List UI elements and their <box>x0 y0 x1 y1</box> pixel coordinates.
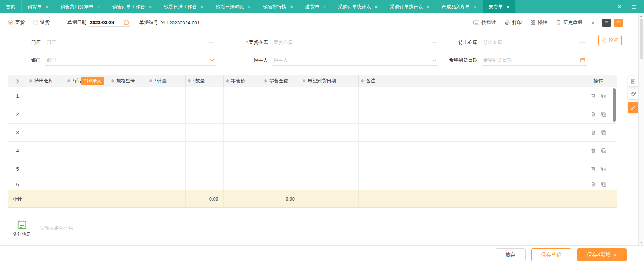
tab-sales-expense-allocation[interactable]: 销售费用分摊单 × <box>54 0 106 13</box>
remark-input[interactable] <box>40 225 617 231</box>
close-icon[interactable]: × <box>427 4 430 9</box>
cell-quantity[interactable] <box>186 160 224 178</box>
calendar-icon[interactable] <box>124 20 129 25</box>
expected-date-field[interactable] <box>482 55 587 66</box>
close-icon[interactable]: × <box>290 4 293 9</box>
scroll-down-icon[interactable]: ▼ <box>640 241 643 244</box>
cell-remark[interactable] <box>359 87 579 105</box>
cell-pending-warehouse[interactable] <box>27 178 65 190</box>
tab-cash-goods-reconcile[interactable]: 钱货日清对账 × <box>210 0 257 13</box>
sort-icon[interactable] <box>264 79 267 83</box>
store-field[interactable]: ⋯ <box>45 37 216 48</box>
tab-sales-invoice[interactable]: 销货单 × <box>22 0 54 13</box>
cell-goods[interactable] <box>65 160 109 178</box>
cell-amount[interactable] <box>262 105 300 123</box>
print-button[interactable]: 打印 <box>504 19 522 26</box>
sort-icon[interactable] <box>188 79 191 83</box>
cell-unit[interactable] <box>147 105 186 123</box>
copy-row-icon[interactable] <box>601 182 606 187</box>
save-and-new-button[interactable]: 保存&新增 ∧ <box>577 248 627 261</box>
copy-row-icon[interactable] <box>601 166 606 172</box>
department-input[interactable] <box>47 57 210 63</box>
close-icon[interactable]: × <box>248 4 251 9</box>
cell-spec[interactable] <box>109 160 147 178</box>
sort-icon[interactable] <box>29 79 32 83</box>
cell-quantity[interactable] <box>186 124 224 141</box>
discard-button[interactable]: 放弃 <box>496 248 526 261</box>
copy-row-icon[interactable] <box>601 112 606 117</box>
delete-row-icon[interactable] <box>590 166 596 172</box>
tab-sales-order-workbench[interactable]: 销售订单工作台 × <box>106 0 158 13</box>
cell-spec[interactable] <box>109 124 147 141</box>
page-scrollbar-thumb[interactable] <box>640 19 643 59</box>
delete-row-icon[interactable] <box>590 130 596 135</box>
cell-pending-warehouse[interactable] <box>27 160 65 178</box>
cell-amount[interactable] <box>262 178 300 190</box>
radio-requisition[interactable]: 要货 <box>8 19 25 26</box>
shortcut-keys-button[interactable]: 快捷键 <box>473 19 496 26</box>
attachment-button[interactable] <box>628 89 639 100</box>
sort-icon[interactable] <box>111 79 114 83</box>
actions-button[interactable]: 操作 <box>530 19 547 26</box>
cell-price[interactable] <box>224 160 262 178</box>
cell-remark[interactable] <box>359 124 579 141</box>
radio-return[interactable]: 退货 <box>33 19 50 26</box>
cell-unit[interactable] <box>147 160 186 178</box>
handler-input[interactable] <box>274 57 431 63</box>
cell-price[interactable] <box>224 87 262 105</box>
tab-finished-goods-inbound[interactable]: 产成品入库单 × <box>436 0 483 13</box>
tab-requisition-active[interactable]: 要货单 × <box>483 0 516 13</box>
close-all-icon[interactable]: × <box>618 4 621 10</box>
cell-spec[interactable] <box>109 105 147 123</box>
cell-remark[interactable] <box>359 178 579 190</box>
copy-row-icon[interactable] <box>601 130 606 135</box>
cell-spec[interactable] <box>109 142 147 160</box>
cell-amount[interactable] <box>262 142 300 160</box>
cell-quantity[interactable] <box>186 87 224 105</box>
cell-unit[interactable] <box>147 87 186 105</box>
tab-purchase-receipt[interactable]: 进货单 × <box>299 0 332 13</box>
close-icon[interactable]: × <box>507 4 510 9</box>
cell-expected-date[interactable] <box>300 124 359 141</box>
cell-amount[interactable] <box>262 124 300 141</box>
cell-spec[interactable] <box>109 178 147 190</box>
tab-home[interactable]: 首页 <box>0 0 22 13</box>
close-icon[interactable]: × <box>149 4 152 9</box>
cell-expected-date[interactable] <box>300 178 359 190</box>
fullscreen-expand-button[interactable] <box>628 102 639 113</box>
scroll-up-icon[interactable]: ▲ <box>640 15 643 18</box>
expected-date-input[interactable] <box>483 57 580 63</box>
cell-price[interactable] <box>224 142 262 160</box>
cell-quantity[interactable] <box>186 105 224 123</box>
remark-field[interactable] <box>40 222 617 234</box>
cell-unit[interactable] <box>147 124 186 141</box>
close-icon[interactable]: × <box>45 4 48 9</box>
cell-goods[interactable] <box>65 124 109 141</box>
table-scrollbar-thumb[interactable] <box>613 88 616 122</box>
sort-icon[interactable] <box>226 79 229 83</box>
picker-ellipsis-icon[interactable]: ⋯ <box>431 57 437 63</box>
cell-expected-date[interactable] <box>300 87 359 105</box>
cell-unit[interactable] <box>147 178 186 190</box>
picker-ellipsis-icon[interactable]: ⋯ <box>208 40 214 45</box>
cell-expected-date[interactable] <box>300 160 359 178</box>
close-icon[interactable]: × <box>375 4 378 9</box>
cell-amount[interactable] <box>262 87 300 105</box>
cell-expected-date[interactable] <box>300 142 359 160</box>
cell-amount[interactable] <box>262 160 300 178</box>
cell-spec[interactable] <box>109 87 147 105</box>
cell-remark[interactable] <box>359 105 579 123</box>
cell-goods[interactable] <box>65 178 109 190</box>
cell-quantity[interactable] <box>186 142 224 160</box>
tab-cash-goods-workbench[interactable]: 钱货日清工作台 × <box>158 0 210 13</box>
delete-row-icon[interactable] <box>590 112 596 117</box>
sort-icon[interactable] <box>361 79 364 83</box>
scan-entry-badge[interactable]: 扫码录入 <box>81 77 104 85</box>
close-icon[interactable]: × <box>97 4 100 9</box>
cell-goods[interactable] <box>65 87 109 105</box>
close-icon[interactable]: × <box>323 4 326 9</box>
column-settings-header[interactable] <box>8 75 27 87</box>
history-documents-button[interactable]: 历史单据 <box>556 19 582 26</box>
sort-icon[interactable] <box>67 79 70 83</box>
tab-po-execution[interactable]: 采购订单执行表 × <box>384 0 436 13</box>
